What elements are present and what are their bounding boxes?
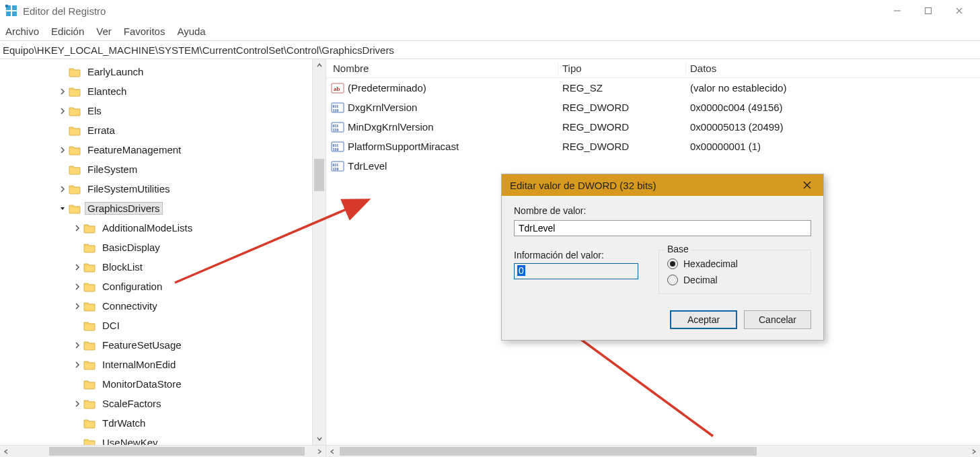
- maximize-button[interactable]: [913, 1, 944, 20]
- svg-text:110: 110: [333, 167, 339, 171]
- tree-item-label: GraphicsDrivers: [87, 203, 160, 214]
- value-type: REG_DWORD: [558, 102, 686, 113]
- radio-unchecked-icon: [667, 275, 678, 285]
- svg-rect-6: [926, 8, 932, 14]
- dialog-titlebar[interactable]: Editar valor de DWORD (32 bits): [502, 174, 823, 196]
- folder-icon: [69, 67, 81, 77]
- menu-archivo[interactable]: Archivo: [5, 26, 39, 37]
- tree-item-label: ScaleFactors: [102, 398, 161, 409]
- tree-item-label: BlockList: [102, 261, 143, 273]
- scroll-thumb[interactable]: [314, 159, 324, 191]
- tree-item[interactable]: EarlyLaunch: [0, 62, 326, 81]
- column-name[interactable]: Nombre: [326, 63, 558, 74]
- tree-vertical-scrollbar[interactable]: [312, 59, 326, 445]
- address-text: Equipo\HKEY_LOCAL_MACHINE\SYSTEM\Current…: [3, 44, 394, 56]
- tree-item[interactable]: Elantech: [0, 81, 326, 101]
- tree-item[interactable]: FileSystem: [0, 160, 326, 179]
- folder-icon: [83, 437, 96, 446]
- tree-item[interactable]: ScaleFactors: [0, 394, 326, 413]
- chevron-right-icon[interactable]: [73, 223, 82, 233]
- column-data[interactable]: Datos: [686, 63, 980, 74]
- folder-icon: [69, 145, 81, 155]
- value-data-field[interactable]: 0: [514, 263, 638, 279]
- tree-item[interactable]: FeatureSetUsage: [0, 335, 326, 355]
- chevron-right-icon[interactable]: [58, 106, 67, 116]
- tree-item[interactable]: DCI: [0, 316, 326, 335]
- chevron-right-icon[interactable]: [58, 145, 67, 155]
- scroll-right-icon[interactable]: [968, 448, 980, 455]
- scroll-left-icon[interactable]: [326, 448, 338, 455]
- tree-item[interactable]: TdrWatch: [0, 413, 326, 433]
- chevron-down-icon[interactable]: [58, 204, 67, 213]
- radio-decimal[interactable]: Decimal: [667, 275, 802, 285]
- registry-tree[interactable]: EarlyLaunchElantechElsErrataFeatureManag…: [0, 59, 326, 445]
- tree-item[interactable]: AdditionalModeLists: [0, 218, 326, 238]
- tree-item-label: Els: [87, 105, 102, 116]
- chevron-right-icon[interactable]: [73, 302, 82, 311]
- folder-icon: [83, 301, 96, 312]
- base-groupbox: Base Hexadecimal Decimal: [658, 250, 811, 294]
- menubar: Archivo Edición Ver Favoritos Ayuda: [0, 22, 980, 40]
- tree-item[interactable]: Connectivity: [0, 296, 326, 316]
- scroll-left-icon[interactable]: [0, 448, 12, 455]
- scroll-thumb[interactable]: [49, 447, 305, 456]
- value-row[interactable]: ab(Predeterminado)REG_SZ(valor no establ…: [326, 78, 980, 98]
- tree-item[interactable]: UseNewKey: [0, 433, 326, 445]
- chevron-right-icon[interactable]: [58, 87, 67, 96]
- chevron-right-icon[interactable]: [73, 262, 82, 272]
- scroll-down-icon[interactable]: [313, 433, 326, 445]
- tree-item[interactable]: BlockList: [0, 257, 326, 277]
- chevron-right-icon[interactable]: [73, 360, 82, 370]
- folder-icon: [83, 418, 96, 429]
- menu-ver[interactable]: Ver: [96, 26, 112, 37]
- value-type: REG_DWORD: [558, 141, 686, 152]
- column-type[interactable]: Tipo: [558, 63, 686, 74]
- folder-icon: [69, 106, 81, 116]
- tree-item[interactable]: Els: [0, 101, 326, 120]
- list-header: Nombre Tipo Datos: [326, 59, 980, 78]
- chevron-right-icon[interactable]: [58, 184, 67, 194]
- accept-button[interactable]: Aceptar: [670, 310, 737, 329]
- cancel-button[interactable]: Cancelar: [744, 310, 811, 329]
- window-title: Editor del Registro: [23, 5, 106, 17]
- tree-item[interactable]: Errata: [0, 120, 326, 140]
- value-row[interactable]: 011110TdrLevel: [326, 156, 980, 176]
- close-button[interactable]: [944, 1, 975, 20]
- chevron-right-icon[interactable]: [73, 399, 82, 409]
- value-name: (Predeterminado): [348, 82, 426, 94]
- chevron-right-icon[interactable]: [73, 341, 82, 350]
- tree-item-label: TdrWatch: [102, 417, 145, 429]
- dialog-close-button[interactable]: [799, 177, 815, 193]
- svg-text:110: 110: [333, 108, 339, 112]
- radio-hexadecimal[interactable]: Hexadecimal: [667, 258, 802, 269]
- menu-ayuda[interactable]: Ayuda: [177, 26, 205, 37]
- menu-favoritos[interactable]: Favoritos: [124, 26, 165, 37]
- tree-item[interactable]: MonitorDataStore: [0, 374, 326, 394]
- values-list[interactable]: ab(Predeterminado)REG_SZ(valor no establ…: [326, 78, 980, 176]
- value-name-field[interactable]: [514, 220, 811, 236]
- folder-icon: [83, 223, 96, 234]
- chevron-right-icon[interactable]: [73, 282, 82, 291]
- folder-icon: [83, 398, 96, 409]
- minimize-button[interactable]: [882, 1, 913, 20]
- tree-item[interactable]: Configuration: [0, 277, 326, 296]
- tree-item[interactable]: BasicDisplay: [0, 238, 326, 257]
- scroll-right-icon[interactable]: [313, 448, 326, 455]
- scroll-thumb[interactable]: [340, 447, 757, 456]
- tree-horizontal-scrollbar[interactable]: [0, 446, 326, 457]
- folder-icon: [69, 164, 81, 175]
- tree-item[interactable]: FeatureManagement: [0, 140, 326, 160]
- tree-item[interactable]: FileSystemUtilities: [0, 179, 326, 199]
- value-row[interactable]: 011110DxgKrnlVersionREG_DWORD0x0000c004 …: [326, 98, 980, 117]
- folder-icon: [69, 184, 81, 195]
- edit-dword-dialog: Editar valor de DWORD (32 bits) Nombre d…: [501, 174, 824, 341]
- value-row[interactable]: 011110PlatformSupportMiracastREG_DWORD0x…: [326, 137, 980, 156]
- menu-edicion[interactable]: Edición: [51, 26, 84, 37]
- tree-item[interactable]: InternalMonEdid: [0, 355, 326, 374]
- tree-item[interactable]: GraphicsDrivers: [0, 199, 326, 218]
- scroll-up-icon[interactable]: [313, 59, 326, 71]
- string-value-icon: ab: [330, 81, 345, 95]
- value-row[interactable]: 011110MinDxgKrnlVersionREG_DWORD0x000050…: [326, 117, 980, 137]
- address-bar[interactable]: Equipo\HKEY_LOCAL_MACHINE\SYSTEM\Current…: [0, 40, 980, 59]
- list-horizontal-scrollbar[interactable]: [326, 446, 980, 457]
